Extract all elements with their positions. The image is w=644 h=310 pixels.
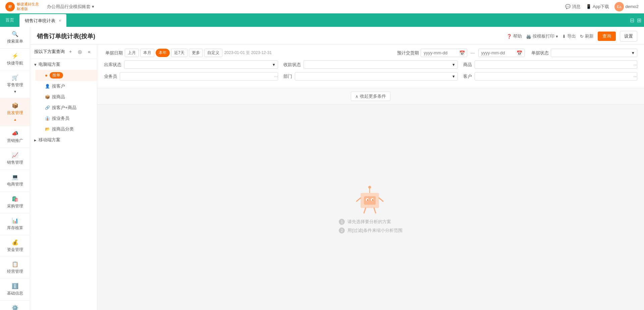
- filter-row-staff: 业务员 ··· 部门 ▾: [104, 72, 637, 81]
- svg-line-9: [379, 198, 383, 201]
- scheme-active-icon: ●: [45, 73, 48, 78]
- purchase-icon: 🛍️: [12, 196, 18, 202]
- customer-field[interactable]: [475, 72, 633, 80]
- sidebar: 🔍 搜索菜单 ⚡ 快捷导航 🛒 零售管理 ▾ 📦 批发管理 ▴ 📣 营销推广 📈…: [0, 27, 30, 310]
- goods-more-icon[interactable]: ···: [633, 62, 637, 67]
- date-btn-last-7days[interactable]: 近7天: [171, 49, 187, 57]
- goods-input[interactable]: ···: [475, 60, 637, 69]
- staff-field[interactable]: [120, 72, 274, 80]
- retail-icon: 🛒: [12, 74, 18, 81]
- scheme-item-by-customer[interactable]: 👤 按客户: [36, 81, 97, 92]
- scheme-item-by-order[interactable]: ● 按单: [36, 70, 97, 81]
- filter-cell-date: 单据日期 上月 本月 本年 近7天 更多 自定义 2023-01-01 至 20…: [104, 49, 392, 57]
- sidebar-item-sales[interactable]: 📈 销售管理: [0, 148, 30, 170]
- sidebar-item-base-info[interactable]: ℹ️ 基础信息: [0, 279, 30, 301]
- wholesale-icon: 📦: [12, 102, 18, 109]
- out-status-select[interactable]: ▾: [124, 60, 278, 69]
- app-download-action[interactable]: 📱 App下载: [586, 4, 609, 10]
- scheme-item-by-goods[interactable]: 📦 按商品: [36, 92, 97, 102]
- step-1-text: 请先选择要分析的方案: [347, 219, 391, 225]
- scheme-item-by-category[interactable]: 📂 按商品分类: [36, 124, 97, 135]
- filter-cell-expected-date: 预计交货期 📅 — 📅: [397, 49, 525, 57]
- sidebar-item-ecommerce[interactable]: 💻 电商管理: [0, 170, 30, 192]
- receipt-status-label: 收款状态: [283, 62, 301, 68]
- expected-date-start-input[interactable]: 📅: [421, 49, 467, 57]
- step-2-text: 用[过滤]条件来缩小分析范围: [347, 227, 402, 234]
- scheme-item-by-staff[interactable]: 👔 按业务员: [36, 113, 97, 124]
- customer-input[interactable]: ···: [475, 72, 637, 81]
- date-btn-custom[interactable]: 自定义: [204, 49, 222, 57]
- sidebar-item-inventory[interactable]: 📊 库存核算: [0, 213, 30, 235]
- tab-maximize-button[interactable]: ⊞: [637, 17, 641, 23]
- date-btn-this-year[interactable]: 本年: [156, 49, 170, 57]
- scheme-item-by-customer-goods[interactable]: 🔗 按客户+商品: [36, 102, 97, 113]
- username: demo2: [625, 4, 639, 9]
- left-panel-header: 按以下方案查询 ＋ ◎ «: [30, 45, 97, 59]
- settings-button[interactable]: 设置: [620, 31, 637, 42]
- refresh-button[interactable]: ↻ 刷新: [580, 33, 594, 39]
- step-1-num: 1: [339, 219, 345, 225]
- staff-input[interactable]: ···: [120, 72, 278, 81]
- status-select[interactable]: ▾: [551, 49, 637, 57]
- expected-date-start-field[interactable]: [421, 49, 457, 57]
- mobile-expand-icon[interactable]: ▸: [34, 138, 37, 143]
- date-btn-more[interactable]: 更多: [189, 49, 203, 57]
- help-button[interactable]: ❓ 帮助: [506, 33, 522, 39]
- search-icon: 🔍: [12, 31, 18, 37]
- left-panel-actions: ＋ ◎ «: [67, 48, 93, 55]
- receipt-status-select[interactable]: ▾: [304, 60, 458, 69]
- svg-point-7: [368, 186, 371, 189]
- top-bar-right: 💬 消息 📱 App下载 Ea demo2: [565, 2, 639, 11]
- goods-field[interactable]: [475, 61, 633, 68]
- svg-line-11: [374, 208, 376, 213]
- collapse-panel-button[interactable]: «: [86, 48, 93, 55]
- filter-area: 单据日期 上月 本月 本年 近7天 更多 自定义 2023-01-01 至 20…: [97, 45, 644, 88]
- sidebar-item-system[interactable]: ⚙️ 系统管理: [0, 301, 30, 310]
- sidebar-item-marketing[interactable]: 📣 营销推广: [0, 126, 30, 148]
- customer-icon: 👤: [45, 84, 50, 89]
- date-range-text: 2023-01-01 至 2023-12-31: [224, 50, 272, 56]
- collapse-button[interactable]: ∧ 收起更多条件: [351, 92, 390, 101]
- staff-more-icon[interactable]: ···: [274, 74, 278, 79]
- sidebar-item-finance[interactable]: 💰 资金管理: [0, 235, 30, 257]
- dept-select[interactable]: ▾: [295, 72, 458, 81]
- sidebar-item-operations[interactable]: 📋 经营管理: [0, 257, 30, 279]
- refresh-icon: ↻: [580, 34, 584, 39]
- sidebar-item-purchase[interactable]: 🛍️ 采购管理: [0, 192, 30, 213]
- customer-more-icon[interactable]: ···: [633, 74, 637, 79]
- workspace-name: 办公用品行业模拟账套: [47, 4, 91, 10]
- tab-minimize-button[interactable]: ⊟: [630, 17, 634, 23]
- sidebar-item-retail[interactable]: 🛒 零售管理 ▾: [0, 70, 30, 98]
- scheme-settings-button[interactable]: ◎: [76, 48, 84, 55]
- main-layout: 🔍 搜索菜单 ⚡ 快捷导航 🛒 零售管理 ▾ 📦 批发管理 ▴ 📣 营销推广 📈…: [0, 27, 644, 310]
- date-btn-this-month[interactable]: 本月: [140, 49, 154, 57]
- filter-col-goods: 商品 ···: [463, 60, 637, 69]
- tree-section-pc: ▾ 电脑端方案: [30, 59, 97, 70]
- template-print-button[interactable]: 🖨️ 按模板打印 ▾: [526, 33, 558, 39]
- tab-active[interactable]: 销售订单统计表 ×: [19, 14, 66, 28]
- out-status-label: 出库状态: [104, 62, 121, 68]
- date-btn-last-month[interactable]: 上月: [125, 49, 139, 57]
- expected-date-end-input[interactable]: 📅: [478, 49, 525, 57]
- calendar-start-icon: 📅: [457, 50, 467, 56]
- tree-expand-icon[interactable]: ▾: [34, 62, 37, 67]
- workspace-selector[interactable]: 办公用品行业模拟账套 ▾: [47, 4, 94, 10]
- add-scheme-button[interactable]: ＋: [67, 48, 74, 55]
- expected-date-end-field[interactable]: [479, 49, 515, 57]
- dept-filter-label: 部门: [283, 73, 292, 80]
- export-button[interactable]: ⬇ 导出: [562, 33, 576, 39]
- tab-home[interactable]: 首页: [0, 13, 19, 27]
- active-tab-label: 销售订单统计表: [25, 18, 55, 24]
- svg-rect-1: [364, 196, 376, 205]
- query-button[interactable]: 查询: [598, 32, 616, 41]
- sidebar-item-wholesale[interactable]: 📦 批发管理 ▴: [0, 98, 30, 126]
- svg-line-8: [357, 198, 361, 201]
- sidebar-item-quick-nav[interactable]: ⚡ 快捷导航: [0, 49, 30, 70]
- left-panel-title: 按以下方案查询: [34, 49, 65, 55]
- user-area[interactable]: Ea demo2: [614, 2, 639, 11]
- sidebar-item-search[interactable]: 🔍 搜索菜单: [0, 27, 30, 49]
- dept-dropdown-icon: ▾: [452, 74, 455, 79]
- message-action[interactable]: 💬 消息: [565, 4, 581, 10]
- empty-step-2: 2 用[过滤]条件来缩小分析范围: [339, 227, 402, 234]
- tab-close-icon[interactable]: ×: [59, 18, 61, 23]
